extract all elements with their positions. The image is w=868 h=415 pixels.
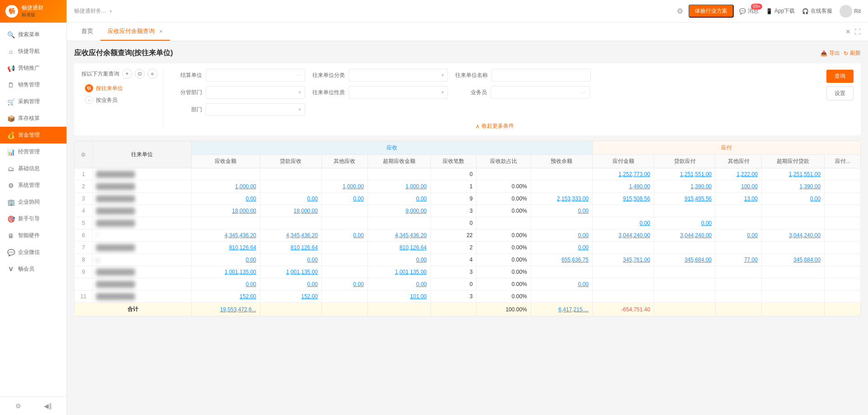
sidebar-item-basicinfo[interactable]: 🗂 基础信息: [0, 160, 66, 177]
cell-ap_loan[interactable]: 3,044,240.00: [654, 229, 716, 242]
sidebar-item-search[interactable]: 🔍 搜索菜单: [0, 26, 66, 43]
cell-ar_overdue[interactable]: 1,000.00: [368, 181, 430, 193]
cell-ap_overdue[interactable]: 1,390.00: [761, 181, 824, 193]
cell-ar_ratio[interactable]: 0.00%: [476, 205, 531, 217]
sidebar-item-quicknav[interactable]: ⌂ 快捷导航: [0, 43, 66, 60]
cell-ar_overdue[interactable]: 0.00: [368, 193, 430, 205]
cell-ar_other[interactable]: 1,000.00: [321, 181, 368, 193]
cell-ap_other[interactable]: 0.00: [716, 229, 762, 242]
table-wrapper[interactable]: ⚙ 往来单位 应收 应付 应收金额 贷款应收 其他应收 超期应收金额 应收笔数: [74, 141, 861, 316]
collapse-more-btn[interactable]: ∧ 收起更多条件: [476, 122, 514, 130]
cell-ar_count[interactable]: 1: [430, 181, 476, 193]
cell-ar_ratio[interactable]: 0.00%: [476, 254, 531, 266]
cell-ar_count[interactable]: 3: [430, 291, 476, 303]
cell-ap_overdue[interactable]: 0.00: [761, 193, 824, 205]
sidebar-settings-btn[interactable]: ⚙: [5, 402, 32, 410]
partner-name-input[interactable]: [491, 69, 591, 81]
query-button[interactable]: 查询: [826, 70, 854, 83]
cell-ap_other[interactable]: 100.00: [716, 181, 762, 193]
sidebar-item-sales[interactable]: 🗒 销售管理: [0, 76, 66, 93]
sidebar-item-enterprise[interactable]: 🏢 企业协同: [0, 194, 66, 210]
cell-ar_count[interactable]: 3: [430, 266, 476, 278]
cell-ar_ratio[interactable]: 0.00%: [476, 181, 531, 193]
header-user-btn[interactable]: Rit: [840, 5, 861, 18]
cell-ar_overdue[interactable]: 0.00: [368, 254, 430, 266]
cell-ap_loan[interactable]: 1,390.00: [654, 181, 716, 193]
cell-ar_prepay[interactable]: 0.00: [531, 205, 592, 217]
clerk-input[interactable]: ···: [491, 86, 590, 99]
cell-ap_overdue[interactable]: 3,044,240.00: [761, 229, 824, 242]
cell-ar_ratio[interactable]: 0.00%: [476, 229, 531, 242]
cell-ar_other[interactable]: 0.00: [321, 193, 368, 205]
cell-ar_prepay[interactable]: 0.00: [531, 278, 592, 291]
partner-category-select[interactable]: ▾: [349, 69, 448, 81]
sidebar-item-marketing[interactable]: 📢 营销推广: [0, 60, 66, 76]
sidebar-collapse-btn[interactable]: ◀‖: [35, 402, 61, 410]
cell-ap_other[interactable]: 77.00: [716, 254, 762, 266]
cell-ar_amount[interactable]: 152.00: [191, 291, 260, 303]
cell-ar_loan[interactable]: 4,345,436.20: [260, 229, 321, 242]
cell-ar_ratio[interactable]: 0.00%: [476, 193, 531, 205]
cell-ar_overdue[interactable]: 9,000.00: [368, 205, 430, 217]
cell-ar_prepay[interactable]: 2,153,333.00: [531, 193, 592, 205]
cell-ap_loan[interactable]: 0.00: [654, 217, 716, 229]
cell-ap_amount[interactable]: 1,490.00: [592, 181, 654, 193]
cell-ar_overdue[interactable]: 810,126.64: [368, 242, 430, 254]
settlement-input[interactable]: ···: [206, 69, 305, 81]
cell-ar_loan[interactable]: 0.00: [260, 278, 321, 291]
cell-ar_loan[interactable]: 0.00: [260, 254, 321, 266]
sidebar-item-guide[interactable]: 🎯 新手引导: [0, 210, 66, 227]
cell-ar_loan[interactable]: 152.00: [260, 291, 321, 303]
cell-ar_count[interactable]: 9: [430, 193, 476, 205]
cell-ar_overdue[interactable]: 0.00: [368, 278, 430, 291]
sidebar-item-system[interactable]: ⚙ 系统管理: [0, 177, 66, 194]
cell-ar_loan[interactable]: 0.00: [260, 193, 321, 205]
tab-close-btn[interactable]: ✕: [159, 29, 163, 34]
filter-add-btn[interactable]: +: [122, 69, 132, 79]
sidebar-item-member[interactable]: V 畅会员: [0, 261, 66, 277]
cell-ap_loan[interactable]: 1,251,551.00: [654, 168, 716, 181]
cell-ap_other[interactable]: 13.00: [716, 193, 762, 205]
sidebar-item-operations[interactable]: 📊 经营管理: [0, 143, 66, 160]
cell-ar_count[interactable]: 0: [430, 278, 476, 291]
cell-ar_ratio[interactable]: 0.00%: [476, 291, 531, 303]
cell-ar_overdue[interactable]: 4,345,436.20: [368, 229, 430, 242]
cell-ar_count[interactable]: 0: [430, 168, 476, 181]
cell-ar_loan[interactable]: 1,001,135.00: [260, 266, 321, 278]
department-select[interactable]: ▾: [206, 103, 305, 116]
sidebar-item-inventory[interactable]: 📦 库存核算: [0, 110, 66, 127]
cell-ar_ratio[interactable]: 0.00%: [476, 242, 531, 254]
cell-ap_amount[interactable]: 345,761.00: [592, 254, 654, 266]
cell-ar_amount[interactable]: 0.00: [191, 254, 260, 266]
division-select[interactable]: ▾: [206, 86, 305, 99]
cell-ar_overdue[interactable]: 1,001,135.00: [368, 266, 430, 278]
export-button[interactable]: 📤 导出: [821, 49, 840, 57]
cell-ar_prepay[interactable]: 655,636.75: [531, 254, 592, 266]
sidebar-item-hardware[interactable]: 🖥 智能硬件: [0, 227, 66, 244]
filter-view-clerk[interactable]: ○ 按业务员: [81, 94, 157, 106]
cell-ar_count[interactable]: 22: [430, 229, 476, 242]
cell-ar_ratio[interactable]: 0.00%: [476, 278, 531, 291]
cell-ap_amount[interactable]: 0.00: [592, 217, 654, 229]
cell-ap_loan[interactable]: 915,495.56: [654, 193, 716, 205]
cell-ar_other[interactable]: 0.00: [321, 229, 368, 242]
tab-maximize-btn[interactable]: ⛶: [854, 28, 861, 35]
header-settings-icon[interactable]: ⚙: [677, 7, 683, 15]
cell-ar_loan[interactable]: 18,000.00: [260, 205, 321, 217]
sidebar-item-finance[interactable]: 💰 资金管理: [0, 127, 66, 143]
header-service-btn[interactable]: 🎧 在线客服: [802, 7, 832, 15]
cell-ar_overdue[interactable]: 101.00: [368, 291, 430, 303]
footer-ar-prepay[interactable]: 6,417,215....: [531, 303, 592, 316]
cell-ar_prepay[interactable]: 0.00: [531, 242, 592, 254]
filter-view-partner[interactable]: 畅 按往来单位: [81, 82, 157, 94]
cell-ap_overdue[interactable]: 1,251,551.00: [761, 168, 824, 181]
refresh-button[interactable]: ↻ 刷新: [844, 49, 861, 57]
cell-ar_ratio[interactable]: 0.00%: [476, 266, 531, 278]
cell-ar_loan[interactable]: 810,126.64: [260, 242, 321, 254]
filter-collapse-btn[interactable]: «: [147, 69, 157, 79]
cell-ar_amount[interactable]: 1,001,135.00: [191, 266, 260, 278]
settings-button[interactable]: 设置: [826, 86, 854, 100]
cell-ar_count[interactable]: 4: [430, 254, 476, 266]
cell-ar_other[interactable]: 0.00: [321, 278, 368, 291]
cell-ar_amount[interactable]: 0.00: [191, 278, 260, 291]
